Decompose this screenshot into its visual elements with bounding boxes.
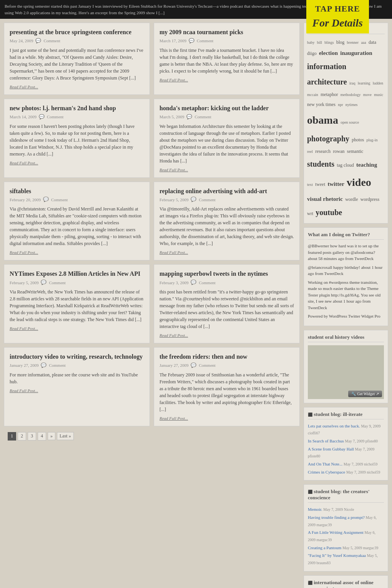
rss-item-link[interactable]: Lets pat ourselves on the back.	[308, 424, 360, 428]
post-title-3[interactable]: new photos: l.j. herman's 2nd hand shop	[10, 104, 144, 113]
comment-label-2[interactable]: Comment	[197, 38, 213, 43]
tag-video[interactable]: video	[347, 176, 371, 188]
rss-item: In Search of Bacchus May 7, 2009 pfiste8…	[308, 437, 384, 445]
tag-metaphor[interactable]: metaphor	[321, 92, 338, 97]
tag-students[interactable]: students	[307, 160, 334, 168]
rss-item-link[interactable]: Crimes in Cyberspace	[308, 470, 345, 474]
tag-baby[interactable]: baby	[307, 40, 314, 45]
tag-youtube[interactable]: youtube	[316, 208, 342, 217]
tag-wordpress[interactable]: wordpress	[360, 197, 379, 202]
tag-ludden[interactable]: ludden	[373, 81, 383, 85]
tag-brenner[interactable]: brenner	[347, 40, 359, 45]
rss-item-link[interactable]: "Facing It" by Yusef Komunyakaa	[308, 553, 366, 558]
tag-plug-in[interactable]: plug-in	[367, 138, 378, 142]
post-title-4[interactable]: honda's metaphor: kicking out the ladder	[159, 104, 294, 113]
tag-music[interactable]: music	[374, 93, 383, 97]
rss-item-link[interactable]: Creating a Pantoum	[308, 545, 341, 550]
read-more-3[interactable]: Read Full Post...	[10, 161, 144, 165]
post-title-9[interactable]: introductory video to writing, research,…	[10, 353, 144, 361]
tag-aaa[interactable]: aaa	[361, 40, 366, 45]
tag-open-source[interactable]: open source	[341, 120, 359, 124]
comment-label-4[interactable]: Comment	[194, 114, 211, 119]
tag-text[interactable]: text	[307, 182, 313, 187]
tag-research[interactable]: research	[315, 149, 331, 154]
tag-methodology[interactable]: methodology	[341, 93, 361, 97]
rss-item-link[interactable]: In Search of Bacchus	[308, 439, 344, 443]
tag-learning[interactable]: learning	[358, 81, 370, 85]
page-container: Before the spring semester started this …	[0, 0, 392, 588]
post-title-6[interactable]: replacing online advertising with add-ar…	[159, 187, 294, 195]
tag-teaching[interactable]: teaching	[356, 162, 377, 168]
comment-label-1[interactable]: Comment	[43, 38, 60, 43]
rss-item-date: May 7, 2009 nichol59	[346, 470, 380, 474]
tag-wrt[interactable]: wrt	[307, 211, 313, 216]
post-title-5[interactable]: siftables	[10, 187, 144, 195]
post-title-10[interactable]: the freedom riders: then and now	[159, 353, 294, 361]
rss-item-link[interactable]: Having trouble finding a prompt?	[308, 515, 365, 520]
read-more-7[interactable]: Read Full Post...	[10, 326, 144, 331]
tag-reel[interactable]: reel	[307, 149, 313, 154]
tag-rowan[interactable]: rowan	[333, 149, 344, 154]
tag-visual-rhetoric[interactable]: visual rhetoric	[307, 196, 343, 202]
rss-item-link[interactable]: A Scene from Gubbay Hall	[308, 447, 354, 451]
tag-blog[interactable]: blog	[336, 40, 344, 45]
tag-photography[interactable]: photography	[307, 134, 349, 143]
read-more-4[interactable]: Read Full Post...	[159, 167, 294, 172]
tag-semantic[interactable]: semantic	[347, 149, 364, 154]
tag-tag-cloud[interactable]: tag cloud	[337, 162, 354, 168]
post-title-1[interactable]: presenting at the bruce springsteen conf…	[10, 28, 144, 36]
read-more-2[interactable]: Read Full Post...	[159, 78, 294, 82]
comment-label-6[interactable]: Comment	[199, 197, 215, 202]
comment-label-5[interactable]: Comment	[51, 197, 68, 202]
page-number-4[interactable]: 4	[38, 432, 46, 441]
tag-obama[interactable]: obama	[307, 114, 338, 126]
comment-label-9[interactable]: Comment	[49, 363, 65, 368]
tag-data[interactable]: data	[369, 40, 376, 45]
tag-inauguration[interactable]: inauguration	[340, 50, 372, 56]
rss-item-link[interactable]: And On That Note...	[308, 462, 342, 466]
read-more-6[interactable]: Read Full Post...	[159, 250, 294, 255]
post-title-7[interactable]: NYTimes Exposes 2.8 Million Articles in …	[10, 270, 144, 278]
comment-label-8[interactable]: Comment	[199, 280, 215, 285]
rss-item-link[interactable]: Memoir.	[308, 507, 322, 512]
tag-new-york-times[interactable]: new york times	[307, 102, 336, 107]
rss-item: Crimes in Cyberspace May 7, 2009 nichol5…	[308, 469, 384, 476]
rss-item: Lets pat ourselves on the back. May 9, 2…	[308, 422, 384, 437]
page-number-2[interactable]: 2	[18, 432, 26, 441]
tag-npr[interactable]: npr	[338, 103, 343, 107]
tap-overlay[interactable]: TAP HERE For Details	[306, 0, 369, 33]
post-date-3: March 14, 2009	[10, 114, 37, 119]
tag-photos[interactable]: photos	[352, 137, 364, 142]
read-more-10[interactable]: Read Full Post...	[159, 416, 294, 421]
post-title-8[interactable]: mapping superbowl tweets in the nytimes	[159, 270, 294, 278]
tag-wordle[interactable]: wordle	[345, 197, 358, 202]
comment-label-7[interactable]: Comment	[49, 280, 65, 285]
tag-election[interactable]: election	[319, 50, 338, 56]
read-more-5[interactable]: Read Full Post...	[10, 250, 144, 255]
tag-bill[interactable]: bill	[317, 40, 322, 45]
tag-diigo[interactable]: diigo	[307, 51, 317, 56]
rss-feed-title: ⬛ international assoc of online communic…	[308, 580, 384, 588]
tag-mccain[interactable]: mccain	[307, 93, 318, 97]
tag-information-architecture[interactable]: information architecture	[307, 62, 347, 86]
pagination-next[interactable]: »	[48, 432, 55, 440]
rss-item-link[interactable]: A Fun Little Writing Assignment	[308, 530, 364, 535]
tag-blings[interactable]: blings	[324, 40, 334, 45]
read-more-1[interactable]: Read Full Post...	[10, 84, 144, 89]
tag-twitter[interactable]: twitter	[328, 181, 344, 187]
read-more-9[interactable]: Read Full Post...	[10, 388, 144, 393]
get-widget-button[interactable]: 🔧 Get Widget ↗	[348, 391, 382, 397]
rss-feed-title: ⬛ student blog: ill-iterate	[308, 411, 384, 419]
read-more-8[interactable]: Read Full Post...	[159, 333, 294, 338]
comment-label-3[interactable]: Comment	[47, 114, 63, 119]
tag-tweet[interactable]: tweet	[315, 182, 325, 187]
page-number-3[interactable]: 3	[28, 432, 36, 441]
comment-label-10[interactable]: Comment	[199, 363, 215, 368]
tag-nytimes[interactable]: nytimes	[345, 103, 358, 107]
tag-iraq[interactable]: iraq	[349, 81, 355, 85]
tag-move[interactable]: move	[363, 93, 372, 97]
pagination-last[interactable]: Last »	[57, 432, 74, 440]
page-number-1[interactable]: 1	[8, 432, 16, 441]
post-excerpt-2: This is the first time I've made a tourn…	[159, 47, 294, 75]
post-title-2[interactable]: my 2009 ncaa tournament picks	[159, 28, 294, 36]
